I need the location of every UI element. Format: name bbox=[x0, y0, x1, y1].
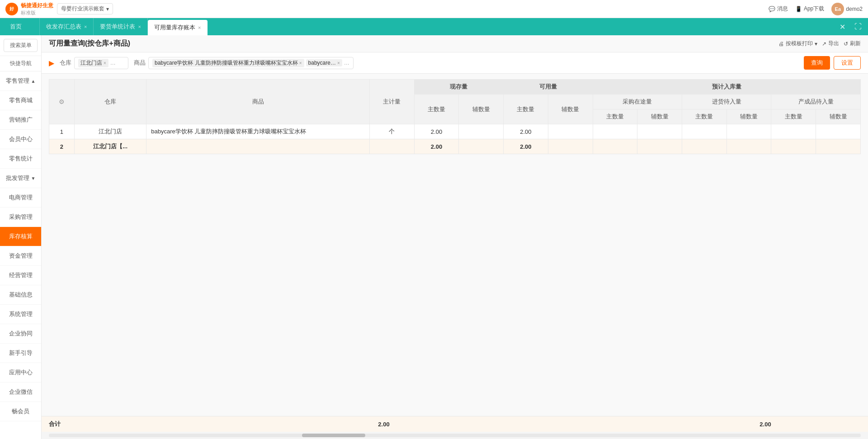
cell-stock-main-1: 2.00 bbox=[414, 124, 459, 139]
settings-button[interactable]: 设置 bbox=[834, 56, 861, 70]
table-container: ⚙ 仓库 商品 主计量 现存量 可用量 预计入库量 主数量 辅数量 主数量 辅数… bbox=[42, 74, 868, 416]
product-more-indicator[interactable]: … bbox=[344, 60, 349, 66]
sidebar-search-area: 搜索菜单 bbox=[0, 35, 41, 56]
sidebar-item-inventory-check[interactable]: 库存核算 bbox=[0, 227, 41, 246]
product-tag-2-close[interactable]: × bbox=[337, 61, 340, 66]
cell-purchase-sub-1 bbox=[637, 124, 682, 139]
cell-stock-sub-2 bbox=[459, 139, 504, 154]
cell-no-2: 2 bbox=[49, 139, 75, 154]
main-layout: 搜索菜单 快捷导航 零售管理 ▲ 零售商城 营销推广 会员中心 零售统计 批发管… bbox=[0, 35, 868, 439]
refresh-btn[interactable]: ↺ 刷新 bbox=[844, 40, 861, 47]
warehouse-tag-close[interactable]: × bbox=[104, 61, 106, 66]
th-incoming: 进货待入量 bbox=[682, 94, 771, 109]
print-btn[interactable]: 🖨 按模板打印 ▾ bbox=[778, 40, 817, 47]
tab-home[interactable]: 首页 bbox=[4, 18, 40, 35]
sidebar-item-operations[interactable]: 经营管理 bbox=[0, 266, 41, 285]
cell-avail-sub-2 bbox=[548, 139, 593, 154]
warehouse-more[interactable]: … bbox=[110, 60, 116, 66]
sidebar-item-enterprise[interactable]: 企业协同 bbox=[0, 324, 41, 344]
cell-purchase-main-2 bbox=[593, 139, 637, 154]
th-avail-sub: 辅数量 bbox=[548, 94, 593, 124]
industry-selector[interactable]: 母婴行业演示账套 ▾ bbox=[57, 3, 113, 14]
th-product: 商品 bbox=[146, 80, 370, 124]
sidebar-item-wholesale-mgmt[interactable]: 批发管理 ▼ bbox=[0, 169, 41, 188]
th-unit: 主计量 bbox=[369, 80, 414, 124]
cell-avail-main-1: 2.00 bbox=[504, 124, 548, 139]
sidebar: 搜索菜单 快捷导航 零售管理 ▲ 零售商城 营销推广 会员中心 零售统计 批发管… bbox=[0, 35, 42, 439]
close-all-tabs-btn[interactable]: ✕ bbox=[837, 23, 848, 31]
cell-incoming-sub-2 bbox=[726, 139, 771, 154]
cell-no-1: 1 bbox=[49, 124, 75, 139]
cell-prod-sub-2 bbox=[816, 139, 861, 154]
product-input[interactable]: babycare学饮杯 儿童防摔防撞吸管杯重力球吸嘴杯宝宝水杯 × babyca… bbox=[148, 57, 354, 69]
sidebar-item-retail-mall[interactable]: 零售商城 bbox=[0, 91, 41, 110]
cell-unit-2 bbox=[369, 139, 414, 154]
sidebar-item-retail-stats[interactable]: 零售统计 bbox=[0, 149, 41, 169]
tab-available-stock[interactable]: 可用量库存账本 × bbox=[148, 20, 208, 35]
message-icon: 💬 bbox=[769, 6, 775, 12]
tab-bar-actions: ✕ ⛶ bbox=[837, 18, 864, 35]
query-button[interactable]: 查询 bbox=[804, 56, 830, 70]
page-header-actions: 🖨 按模板打印 ▾ ↗ 导出 ↺ 刷新 bbox=[778, 40, 861, 47]
warehouse-tag: 江北门店 × bbox=[78, 59, 108, 67]
column-settings-icon[interactable]: ⚙ bbox=[59, 98, 65, 105]
sidebar-item-sys-mgmt[interactable]: 系统管理 bbox=[0, 305, 41, 324]
th-purchase-sub: 辅数量 bbox=[637, 109, 682, 124]
data-table: ⚙ 仓库 商品 主计量 现存量 可用量 预计入库量 主数量 辅数量 主数量 辅数… bbox=[49, 79, 861, 154]
cell-avail-sub-1 bbox=[548, 124, 593, 139]
cell-prod-main-1 bbox=[771, 124, 816, 139]
product-tag: babycare学饮杯 儿童防摔防撞吸管杯重力球吸嘴杯宝宝水杯 × bbox=[152, 59, 304, 67]
sidebar-item-basic-info[interactable]: 基础信息 bbox=[0, 285, 41, 305]
tab-receipts[interactable]: 收发存汇总表 × bbox=[40, 18, 94, 35]
cell-warehouse-1: 江北门店 bbox=[74, 124, 146, 139]
tab-close-available-stock[interactable]: × bbox=[198, 25, 201, 30]
th-forecast: 预计入库量 bbox=[593, 80, 860, 94]
warehouse-input[interactable]: 江北门店 × … bbox=[74, 57, 128, 69]
refresh-icon: ↺ bbox=[844, 41, 848, 47]
page-title: 可用量查询(按仓库+商品) bbox=[49, 39, 130, 48]
cell-unit-1: 个 bbox=[369, 124, 414, 139]
warehouse-label: 仓库 bbox=[60, 59, 71, 67]
user-profile[interactable]: Ea demo2 bbox=[831, 3, 863, 15]
chevron-down-icon: ▾ bbox=[106, 6, 109, 12]
cell-prod-sub-1 bbox=[816, 124, 861, 139]
message-action[interactable]: 💬 消息 bbox=[769, 5, 788, 13]
maximize-btn[interactable]: ⛶ bbox=[852, 23, 864, 31]
cell-purchase-sub-2 bbox=[637, 139, 682, 154]
app-download-action[interactable]: 📱 App下载 bbox=[795, 5, 824, 13]
horizontal-scrollbar[interactable] bbox=[49, 434, 861, 437]
product-tag-close[interactable]: × bbox=[299, 61, 302, 66]
product-filter-group: 商品 babycare学饮杯 儿童防摔防撞吸管杯重力球吸嘴杯宝宝水杯 × bab… bbox=[134, 57, 354, 69]
logo-area: 好 畅捷通好生意 标准版 bbox=[5, 2, 53, 16]
quick-nav-btn[interactable]: 快捷导航 bbox=[0, 56, 41, 71]
th-settings-icon[interactable]: ⚙ bbox=[49, 80, 75, 124]
sidebar-item-retail-mgmt[interactable]: 零售管理 ▲ bbox=[0, 71, 41, 91]
sidebar-item-member-center[interactable]: 会员中心 bbox=[0, 130, 41, 149]
table-row: 1 江北门店 babycare学饮杯 儿童防摔防撞吸管杯重力球吸嘴杯宝宝水杯 个… bbox=[49, 124, 861, 139]
content-area: 可用量查询(按仓库+商品) 🖨 按模板打印 ▾ ↗ 导出 ↺ 刷新 ▶ bbox=[42, 35, 868, 439]
scrollbar-thumb[interactable] bbox=[302, 434, 365, 437]
search-menu-btn[interactable]: 搜索菜单 bbox=[4, 39, 38, 52]
th-prod-main: 主数量 bbox=[771, 109, 816, 124]
sidebar-item-vip-member[interactable]: 畅会员 bbox=[0, 402, 41, 421]
top-bar-left: 好 畅捷通好生意 标准版 母婴行业演示账套 ▾ bbox=[5, 2, 113, 16]
th-stock-sub: 辅数量 bbox=[459, 94, 504, 124]
sidebar-item-ecommerce[interactable]: 电商管理 bbox=[0, 188, 41, 208]
sidebar-item-new-guide[interactable]: 新手引导 bbox=[0, 344, 41, 363]
top-bar-right: 💬 消息 📱 App下载 Ea demo2 bbox=[769, 3, 863, 15]
sidebar-item-finance[interactable]: 资金管理 bbox=[0, 246, 41, 266]
sidebar-item-app-center[interactable]: 应用中心 bbox=[0, 363, 41, 382]
tab-order-stats[interactable]: 要货单统计表 × bbox=[94, 18, 147, 35]
table-row-subtotal: 2 江北门店【... 2.00 2.00 bbox=[49, 139, 861, 154]
sidebar-item-enterprise-wechat[interactable]: 企业微信 bbox=[0, 382, 41, 402]
filter-toggle-btn[interactable]: ▶ bbox=[49, 59, 54, 67]
sidebar-item-purchase-mgmt[interactable]: 采购管理 bbox=[0, 208, 41, 227]
page-header: 可用量查询(按仓库+商品) 🖨 按模板打印 ▾ ↗ 导出 ↺ 刷新 bbox=[42, 35, 868, 52]
th-production-pending: 产成品待入量 bbox=[771, 94, 861, 109]
th-stock-main: 主数量 bbox=[414, 94, 459, 124]
tab-close-order-stats[interactable]: × bbox=[138, 24, 141, 29]
logo-text: 畅捷通好生意 标准版 bbox=[21, 2, 53, 16]
export-btn[interactable]: ↗ 导出 bbox=[822, 40, 839, 47]
tab-close-receipts[interactable]: × bbox=[84, 24, 87, 29]
sidebar-item-marketing[interactable]: 营销推广 bbox=[0, 110, 41, 130]
